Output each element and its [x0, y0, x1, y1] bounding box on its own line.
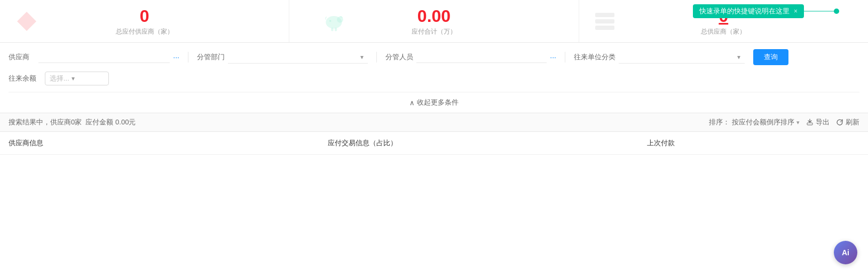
collapse-row: ∧ 收起更多条件	[9, 92, 859, 113]
collapse-btn[interactable]: ∧ 收起更多条件	[401, 96, 467, 109]
department-label: 分管部门	[197, 52, 225, 62]
results-prefix: 搜索结果中，供应商	[9, 118, 71, 126]
department-select[interactable]: ▾	[228, 51, 368, 64]
piggy-icon	[321, 8, 348, 35]
balance-chevron-icon: ▾	[72, 75, 75, 82]
amount-label: 应付金额	[85, 118, 113, 126]
refresh-icon	[836, 119, 843, 126]
balance-label: 往来余额	[9, 74, 36, 83]
svg-rect-4	[335, 27, 337, 31]
table-container: 供应商信息 应付交易信息（占比） 上次付款	[0, 132, 868, 275]
col-header-transaction: 应付交易信息（占比）	[328, 138, 647, 148]
results-summary: 搜索结果中，供应商0家 应付金额 0.00元	[9, 117, 136, 127]
sort-chevron-icon: ▾	[796, 119, 800, 126]
divider-1	[188, 52, 188, 62]
collapse-chevron-icon: ∧	[409, 99, 415, 107]
divider-3	[565, 52, 565, 62]
supplier-dots-btn[interactable]: ···	[173, 53, 179, 61]
person-label: 分管人员	[385, 52, 413, 62]
results-info: 搜索结果中，供应商0家 应付金额 0.00元	[9, 117, 136, 127]
table-header: 供应商信息 应付交易信息（占比） 上次付款	[0, 132, 868, 155]
supplier-input[interactable]	[38, 51, 170, 63]
filter-unit-category: 往来单位分类 ▾	[574, 51, 745, 64]
stat-payable-total: 0.00 应付合计（万）	[289, 0, 579, 42]
diamond-icon	[16, 11, 37, 32]
balance-select[interactable]: 选择... ▾	[45, 72, 109, 85]
filter-department: 分管部门 ▾	[197, 51, 368, 64]
total-payable-label: 总应付供应商（家）	[116, 27, 173, 36]
sort-value: 按应付会额倒序排序	[732, 117, 794, 127]
payable-total-number: 0.00	[417, 6, 451, 26]
balance-placeholder: 选择...	[50, 74, 69, 83]
collapse-label: 收起更多条件	[417, 98, 459, 107]
svg-marker-0	[17, 12, 36, 31]
person-dots-btn[interactable]: ···	[550, 53, 556, 61]
supplier-label: 供应商	[9, 52, 35, 62]
sort-select[interactable]: 排序： 按应付会额倒序排序 ▾	[709, 117, 800, 127]
stats-bar: 0 总应付供应商（家） 0.00 应付合计（万） 快速录单的快捷键说明在这里 ×	[0, 0, 868, 43]
filter-supplier: 供应商 ···	[9, 51, 179, 63]
quick-key-tooltip[interactable]: 快速录单的快捷键说明在这里 ×	[693, 4, 804, 18]
person-input[interactable]	[416, 51, 547, 63]
tooltip-dot	[834, 9, 839, 14]
svg-point-5	[329, 20, 331, 21]
results-bar: 搜索结果中，供应商0家 应付金额 0.00元 排序： 按应付会额倒序排序 ▾ 导…	[0, 113, 868, 132]
svg-rect-6	[807, 123, 812, 125]
stat-total-payable-suppliers: 0 总应付供应商（家）	[0, 0, 289, 42]
table-body	[0, 155, 868, 275]
unit-category-chevron-icon: ▾	[737, 53, 740, 61]
export-icon	[806, 119, 814, 126]
filter-bar: 供应商 ··· 分管部门 ▾ 分管人员 ··· 往来单位分类 ▾	[0, 43, 868, 113]
filter-person: 分管人员 ···	[385, 51, 556, 63]
unit-category-label: 往来单位分类	[574, 52, 616, 62]
tooltip-close-btn[interactable]: ×	[794, 7, 798, 15]
filter-row-1: 供应商 ··· 分管部门 ▾ 分管人员 ··· 往来单位分类 ▾	[9, 49, 859, 65]
divider-2	[376, 52, 377, 62]
total-suppliers-label: 总供应商（家）	[701, 27, 746, 36]
col-header-supplier: 供应商信息	[9, 138, 328, 148]
stat-total-suppliers: 快速录单的快捷键说明在这里 × 0 总供应商（家）	[579, 0, 868, 42]
department-chevron-icon: ▾	[360, 53, 364, 61]
search-button[interactable]: 查询	[753, 49, 788, 65]
ai-label: Ai	[842, 248, 849, 257]
tooltip-text: 快速录单的快捷键说明在这里	[699, 6, 790, 16]
refresh-label: 刷新	[846, 117, 859, 127]
ai-badge-btn[interactable]: Ai	[834, 241, 857, 264]
refresh-btn[interactable]: 刷新	[836, 117, 859, 127]
results-actions: 排序： 按应付会额倒序排序 ▾ 导出 刷新	[709, 117, 859, 127]
svg-rect-3	[332, 27, 334, 31]
payable-total-label: 应付合计（万）	[412, 27, 456, 36]
col-header-last-payment: 上次付款	[647, 138, 860, 148]
supplier-count: 0家	[71, 118, 82, 126]
export-label: 导出	[816, 117, 830, 127]
total-payable-number: 0	[140, 6, 149, 26]
sort-label: 排序：	[709, 117, 730, 127]
unit-category-select[interactable]: ▾	[619, 51, 745, 64]
filter-row-2: 往来余额 选择... ▾	[9, 72, 859, 85]
amount-value: 0.00元	[115, 118, 136, 126]
export-btn[interactable]: 导出	[806, 117, 830, 127]
